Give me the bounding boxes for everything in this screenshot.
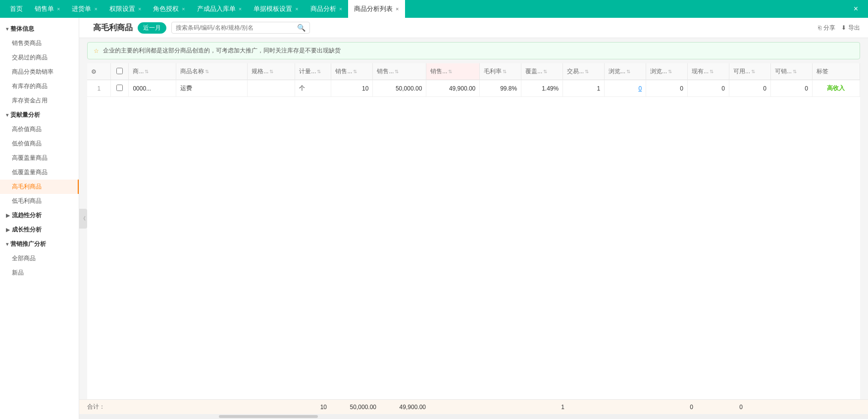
search-input[interactable]: [176, 24, 297, 31]
cell-browse1[interactable]: 0: [605, 80, 646, 97]
footer-stock2: 0: [703, 404, 743, 411]
cell-sales-amt: 50,000.00: [373, 80, 426, 97]
sidebar-item-category-rate[interactable]: 商品分类助销率: [0, 65, 79, 79]
window-close-btn[interactable]: ×: [848, 4, 864, 13]
col-header-browse1[interactable]: 浏览...⇅: [605, 63, 646, 80]
footer-sales-amt: 50,000.00: [337, 404, 376, 411]
cell-cover: 1.49%: [521, 80, 563, 97]
nav-sales[interactable]: 销售单 ×: [29, 0, 66, 18]
sidebar-item-high-margin[interactable]: 高毛利商品: [0, 180, 79, 194]
cell-unit: 个: [295, 80, 331, 97]
sidebar-item-stock-capital[interactable]: 库存资金占用: [0, 93, 79, 108]
nav-permission-close[interactable]: ×: [138, 6, 141, 12]
nav-product-in[interactable]: 产成品入库单 ×: [191, 0, 248, 18]
nav-template-close[interactable]: ×: [295, 6, 298, 12]
info-icon: ☆: [94, 47, 99, 54]
col-header-settings[interactable]: ⚙: [87, 63, 111, 80]
cell-stock1: 0: [688, 80, 729, 97]
top-nav: 首页 销售单 × 进货单 × 权限设置 × 角色授权 × 产成品入库单 × 单据…: [0, 0, 868, 18]
table-footer: 合计： 10 50,000.00 49,900.00 1 0 0: [79, 399, 868, 414]
col-header-spec[interactable]: 规格...⇅: [248, 63, 295, 80]
sidebar-item-sales-goods[interactable]: 销售类商品: [0, 36, 79, 50]
cell-stock2: 0: [729, 80, 770, 97]
nav-purchase-close[interactable]: ×: [94, 6, 97, 12]
tag-badge: 高收入: [827, 85, 845, 92]
col-header-unit[interactable]: 计量...⇅: [295, 63, 331, 80]
col-header-stock3[interactable]: 可销...⇅: [770, 63, 812, 80]
col-header-sales-amt[interactable]: 销售...⇅: [373, 63, 426, 80]
nav-permission[interactable]: 权限设置 ×: [103, 0, 147, 18]
sidebar-group-marketing[interactable]: ▾ 营销推广分析: [0, 237, 79, 251]
sidebar-group-contribution[interactable]: ▾ 贡献量分析: [0, 108, 79, 122]
filter-recent-month-btn[interactable]: 近一月: [138, 22, 166, 34]
col-header-tag[interactable]: 标签: [812, 63, 860, 80]
col-header-gross-rate[interactable]: 毛利率⇅: [480, 63, 521, 80]
sidebar-group-growth[interactable]: ▶ 成长性分析: [0, 223, 79, 237]
sidebar-item-low-value[interactable]: 低价值商品: [0, 137, 79, 151]
cell-trade: 1: [563, 80, 605, 97]
info-banner: ☆ 企业的主要的利润都是这部分商品创造的，可考虑加大推广，同时关注库存是不要出现…: [87, 42, 860, 59]
content-area: 《 高毛利商品 近一月 🔍 ⎗ 分享 ⬇ 导出 ☆ 企: [79, 18, 868, 419]
footer-stock1: 0: [654, 404, 693, 411]
nav-goods-analysis[interactable]: 商品分析 ×: [305, 0, 348, 18]
nav-product-in-close[interactable]: ×: [239, 6, 242, 12]
nav-role-close[interactable]: ×: [182, 6, 185, 12]
nav-goods-analysis-list-close[interactable]: ×: [396, 6, 399, 12]
sidebar-item-new-goods[interactable]: 新品: [0, 266, 79, 280]
col-header-stock1[interactable]: 现有...⇅: [688, 63, 729, 80]
sidebar-item-all-goods[interactable]: 全部商品: [0, 251, 79, 266]
cell-check[interactable]: [111, 80, 129, 97]
col-header-check[interactable]: [111, 63, 129, 80]
header-actions: ⎗ 分享 ⬇ 导出: [818, 24, 860, 32]
main-layout: ▾ 整体信息 销售类商品 交易过的商品 商品分类助销率 有库存的商品 库存资金占…: [0, 18, 868, 419]
sidebar-item-traded-goods[interactable]: 交易过的商品: [0, 50, 79, 65]
table-wrapper: ⚙ 商...⇅ 商品名称⇅ 规格...⇅: [87, 63, 860, 399]
sidebar-item-high-value[interactable]: 高价值商品: [0, 122, 79, 137]
col-header-sales-qty[interactable]: 销售...⇅: [331, 63, 373, 80]
footer-trade: 1: [525, 404, 564, 411]
nav-role[interactable]: 角色授权 ×: [147, 0, 191, 18]
scrollbar-thumb[interactable]: [219, 415, 318, 418]
bottom-scrollbar[interactable]: [79, 414, 868, 419]
col-header-sales-cost[interactable]: 销售...⇅: [426, 63, 480, 80]
nav-sales-close[interactable]: ×: [57, 6, 60, 12]
col-header-cover[interactable]: 覆盖...⇅: [521, 63, 563, 80]
col-header-browse2[interactable]: 浏览...⇅: [646, 63, 688, 80]
select-all-checkbox[interactable]: [116, 68, 123, 74]
export-btn[interactable]: ⬇ 导出: [841, 24, 860, 32]
sidebar-item-low-margin[interactable]: 低毛利商品: [0, 194, 79, 208]
share-btn[interactable]: ⎗ 分享: [818, 24, 835, 32]
col-header-stock2[interactable]: 可用...⇅: [729, 63, 770, 80]
sidebar-collapse-btn[interactable]: 《: [79, 209, 87, 229]
col-header-trade[interactable]: 交易...⇅: [563, 63, 605, 80]
search-icon[interactable]: 🔍: [297, 24, 306, 32]
arrow-icon-4: ▶: [6, 227, 10, 233]
cell-name: 运费: [176, 80, 248, 97]
export-icon: ⬇: [841, 24, 846, 31]
cell-gross-rate: 99.8%: [480, 80, 521, 97]
sidebar-item-low-cover[interactable]: 低覆盖量商品: [0, 165, 79, 180]
cell-sales-qty: 10: [331, 80, 373, 97]
row-checkbox[interactable]: [116, 85, 123, 91]
sidebar-group-trend[interactable]: ▶ 流趋性分析: [0, 208, 79, 223]
footer-label: 合计：: [87, 403, 105, 411]
cell-spec: [248, 80, 295, 97]
col-header-name[interactable]: 商品名称⇅: [176, 63, 248, 80]
content-header: 高毛利商品 近一月 🔍 ⎗ 分享 ⬇ 导出: [79, 18, 868, 38]
sidebar: ▾ 整体信息 销售类商品 交易过的商品 商品分类助销率 有库存的商品 库存资金占…: [0, 18, 79, 419]
cell-code: 0000...: [129, 80, 176, 97]
browse1-link[interactable]: 0: [638, 85, 642, 92]
sidebar-group-overall[interactable]: ▾ 整体信息: [0, 22, 79, 36]
col-header-code[interactable]: 商...⇅: [129, 63, 176, 80]
table-header-row: ⚙ 商...⇅ 商品名称⇅ 规格...⇅: [87, 63, 860, 80]
cell-browse2: 0: [646, 80, 688, 97]
nav-home[interactable]: 首页: [4, 0, 29, 18]
nav-purchase[interactable]: 进货单 ×: [66, 0, 103, 18]
share-icon: ⎗: [818, 24, 821, 31]
sidebar-item-in-stock[interactable]: 有库存的商品: [0, 79, 79, 93]
nav-goods-analysis-list[interactable]: 商品分析列表 ×: [348, 0, 405, 18]
nav-template[interactable]: 单据模板设置 ×: [248, 0, 304, 18]
nav-goods-analysis-close[interactable]: ×: [339, 6, 342, 12]
sidebar-item-high-cover[interactable]: 高覆盖量商品: [0, 151, 79, 165]
footer-sales-cost: 49,900.00: [386, 404, 426, 411]
